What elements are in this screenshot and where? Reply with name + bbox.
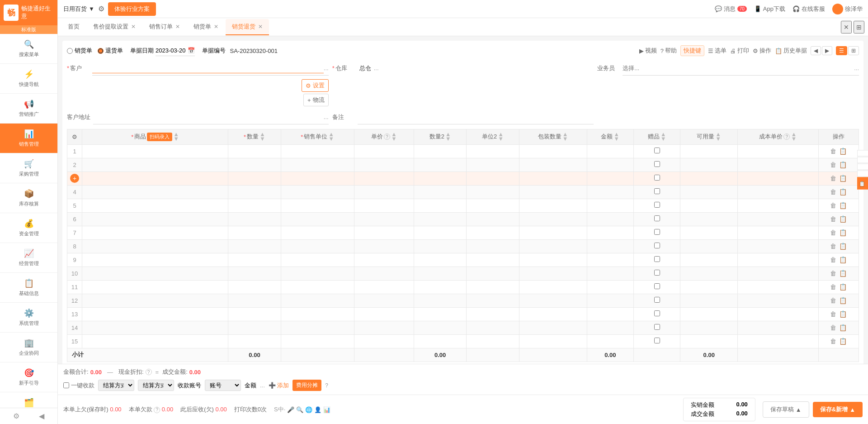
table-row[interactable]: 2 🗑 📋 [67,158,859,172]
cell-quantity2[interactable] [414,294,467,307]
customer-select-icon[interactable]: ... [324,65,329,71]
cell-gift[interactable] [634,253,680,267]
sidebar-collapse-icon[interactable]: ◀ [39,412,44,420]
table-row[interactable]: 7 🗑 📋 [67,226,859,239]
cell-pack-qty[interactable] [519,294,587,307]
note-input[interactable] [358,112,594,122]
fee-question-icon[interactable]: ? [325,382,328,389]
cell-unit2[interactable] [467,144,519,158]
float-btn-5[interactable]: 📋 [857,177,868,189]
message-item[interactable]: 💬 消息 70 [715,5,747,13]
cell-cost[interactable] [738,185,818,199]
cell-pack-qty[interactable] [519,144,587,158]
cell-unit[interactable] [281,144,354,158]
delete-row-icon[interactable]: 🗑 [830,148,836,155]
cell-cost[interactable] [738,321,818,334]
table-row[interactable]: 9 🗑 📋 [67,253,859,267]
cell-pack-qty[interactable] [519,321,587,334]
cell-price[interactable] [354,144,414,158]
cell-price[interactable] [354,267,414,280]
cell-cost[interactable] [738,199,818,212]
cell-product[interactable] [82,212,228,226]
cell-quantity[interactable] [228,321,281,334]
cell-cost[interactable] [738,144,818,158]
gift-sort[interactable]: ▲▼ [660,132,666,142]
cell-quantity2[interactable] [414,158,467,172]
gift-checkbox[interactable] [654,161,660,167]
cell-product[interactable] [82,226,228,239]
cell-amount[interactable] [587,307,633,321]
cell-available[interactable] [680,172,738,185]
quantity2-sort[interactable]: ▲▼ [445,132,451,142]
settings-icon[interactable]: ⚙ [98,5,104,13]
cell-gift[interactable] [634,212,680,226]
help-action[interactable]: ? 帮助 [660,47,677,55]
table-row[interactable]: 5 🗑 📋 [67,199,859,212]
cost-info-icon[interactable]: ? [783,133,790,140]
cell-amount[interactable] [587,158,633,172]
cell-gift[interactable] [634,334,680,348]
cell-unit2[interactable] [467,321,519,334]
list-view-btn[interactable]: ☰ [836,46,847,55]
cell-unit2[interactable] [467,280,519,294]
cell-unit2[interactable] [467,226,519,239]
cell-available[interactable] [680,199,738,212]
salesperson-input-wrapper[interactable]: ... [623,61,859,76]
cost-sort[interactable]: ▲▼ [791,132,797,142]
cell-price[interactable] [354,239,414,253]
cell-available[interactable] [680,307,738,321]
cell-cost[interactable] [738,267,818,280]
cell-gift[interactable] [634,226,680,239]
product-sort[interactable]: ▲▼ [173,132,179,142]
delete-row-icon[interactable]: 🗑 [830,175,836,182]
gift-checkbox[interactable] [654,324,660,330]
cell-product[interactable] [82,267,228,280]
cell-quantity2[interactable] [414,185,467,199]
delete-row-icon[interactable]: 🗑 [830,324,836,331]
price-info-icon[interactable]: ? [384,133,390,140]
operation-action[interactable]: ⚙ 操作 [753,47,771,55]
cell-available[interactable] [680,226,738,239]
discount-info-icon[interactable]: ? [146,369,152,375]
cell-pack-qty[interactable] [519,280,587,294]
settlement-select[interactable]: 结算方式 [98,380,134,391]
cell-amount[interactable] [587,199,633,212]
delete-row-icon[interactable]: 🗑 [830,243,836,250]
tab-price-setting[interactable]: 售价提取设置 ✕ [87,19,142,35]
cell-unit[interactable] [281,267,354,280]
pack-qty-sort[interactable]: ▲▼ [562,132,568,142]
one-click-checkbox[interactable] [63,382,69,388]
cell-available[interactable] [680,334,738,348]
fee-btn[interactable]: 费用分摊 [292,380,321,391]
sidebar-item-appstore[interactable]: 🗂️应用中心 [0,392,57,408]
cell-quantity2[interactable] [414,239,467,253]
copy-row-icon[interactable]: 📋 [839,148,847,155]
cell-quantity2[interactable] [414,199,467,212]
table-row[interactable]: 12 🗑 📋 [67,294,859,307]
cell-quantity2[interactable] [414,226,467,239]
cell-unit[interactable] [281,307,354,321]
table-row[interactable]: + 🗑 📋 [67,172,859,185]
cell-available[interactable] [680,158,738,172]
select-action[interactable]: ☰ 选单 [708,47,726,55]
cell-unit[interactable] [281,158,354,172]
debt-info-icon[interactable]: ? [154,407,160,413]
salesperson-input[interactable] [623,63,854,73]
cell-quantity[interactable] [228,144,281,158]
cell-amount[interactable] [587,267,633,280]
cell-unit[interactable] [281,212,354,226]
cell-pack-qty[interactable] [519,226,587,239]
cell-quantity[interactable] [228,334,281,348]
tab-close-all-btn[interactable]: ✕ [841,21,852,33]
cell-cost[interactable] [738,334,818,348]
tab-maximize-btn[interactable]: ⊞ [854,21,864,33]
cell-unit2[interactable] [467,185,519,199]
copy-row-icon[interactable]: 📋 [839,243,847,250]
cell-amount[interactable] [587,321,633,334]
sidebar-settings-icon[interactable]: ⚙ [13,412,19,420]
cell-unit[interactable] [281,199,354,212]
sidebar-item-newbie[interactable]: 🎯新手引导 [0,362,57,392]
warehouse-select-icon[interactable]: ... [374,65,379,71]
cell-quantity2[interactable] [414,144,467,158]
cell-quantity[interactable] [228,239,281,253]
